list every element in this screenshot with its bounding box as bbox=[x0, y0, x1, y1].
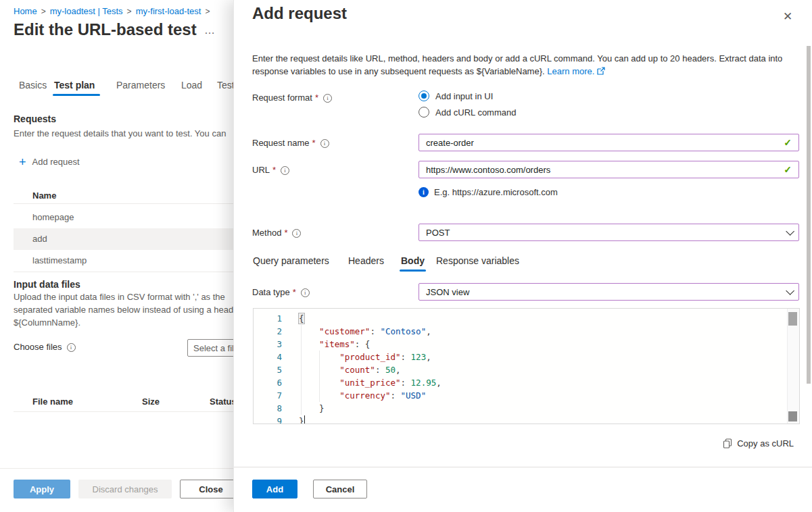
input-data-files-description-line2: separated variable names below instead o… bbox=[14, 305, 233, 315]
tab-load[interactable]: Load bbox=[181, 80, 202, 91]
add-request-command[interactable]: +Add request bbox=[19, 155, 80, 170]
panel-title: Add request bbox=[252, 4, 347, 23]
selected-tab-underline bbox=[400, 270, 426, 272]
breadcrumb: Home>my-loadtest | Tests>my-first-load-t… bbox=[14, 6, 214, 16]
chevron-down-icon bbox=[786, 227, 794, 236]
tab-query-parameters[interactable]: Query parameters bbox=[253, 255, 329, 266]
tab-headers[interactable]: Headers bbox=[348, 255, 384, 266]
breadcrumb-tests-link[interactable]: my-loadtest | Tests bbox=[50, 6, 123, 16]
chevron-down-icon bbox=[786, 286, 794, 295]
info-filled-icon: i bbox=[419, 187, 429, 197]
divider bbox=[14, 203, 233, 204]
breadcrumb-separator: > bbox=[205, 7, 210, 16]
data-type-dropdown[interactable]: JSON view bbox=[419, 283, 799, 301]
info-icon[interactable]: i bbox=[67, 343, 76, 352]
info-icon[interactable]: i bbox=[320, 139, 329, 148]
plus-icon: + bbox=[19, 155, 26, 169]
radio-selected-icon bbox=[419, 91, 429, 101]
data-type-label: Data type*i bbox=[252, 287, 310, 297]
info-icon[interactable]: i bbox=[323, 94, 332, 103]
code-lines: { "customer": "Contoso", "items": { "pro… bbox=[299, 312, 441, 424]
main-page: Home>my-loadtest | Tests>my-first-load-t… bbox=[0, 0, 233, 512]
input-data-files-description-line3: ${ColumnName}. bbox=[14, 317, 80, 328]
table-row-add[interactable]: add bbox=[32, 234, 47, 244]
request-name-input[interactable]: create-order✓ bbox=[419, 134, 799, 151]
tab-response-variables[interactable]: Response variables bbox=[436, 255, 519, 266]
status-header: Status bbox=[210, 396, 233, 407]
editor-scrollbar-track bbox=[787, 309, 800, 424]
page-title: Edit the URL-based test bbox=[14, 20, 197, 39]
method-dropdown[interactable]: POST bbox=[419, 224, 799, 241]
radio-add-curl-command[interactable]: Add cURL command bbox=[419, 107, 516, 118]
selected-tab-underline bbox=[53, 94, 100, 96]
close-button[interactable]: Close bbox=[180, 480, 233, 498]
panel-description: Enter the request details like URL, meth… bbox=[252, 52, 793, 78]
requests-description: Enter the request details that you want … bbox=[14, 128, 226, 138]
info-icon[interactable]: i bbox=[301, 288, 310, 297]
more-actions-icon[interactable]: … bbox=[204, 24, 216, 36]
size-header: Size bbox=[142, 396, 160, 407]
tab-parameters[interactable]: Parameters bbox=[116, 80, 165, 91]
choose-files-label: Choose filesi bbox=[14, 342, 76, 352]
input-data-files-description-line1: Upload the input data files in CSV forma… bbox=[14, 292, 225, 302]
divider bbox=[14, 411, 233, 412]
url-label: URL*i bbox=[252, 165, 289, 175]
apply-button[interactable]: Apply bbox=[14, 480, 70, 498]
footer-divider bbox=[234, 467, 812, 467]
text-cursor bbox=[304, 415, 306, 424]
breadcrumb-separator: > bbox=[41, 7, 46, 16]
editor-vertical-scrollbar[interactable] bbox=[788, 312, 797, 326]
panel-scrollbar[interactable] bbox=[807, 46, 811, 384]
copy-as-curl-button[interactable]: Copy as cURL bbox=[723, 438, 794, 449]
cancel-button[interactable]: Cancel bbox=[313, 480, 367, 498]
json-body-editor[interactable]: 123456789 { "customer": "Contoso", "item… bbox=[253, 308, 800, 424]
tab-test-truncated[interactable]: Test bbox=[217, 80, 233, 91]
radio-add-input-in-ui[interactable]: Add input in UI bbox=[419, 91, 493, 101]
tab-basics[interactable]: Basics bbox=[19, 80, 47, 91]
table-row-lasttimestamp[interactable]: lasttimestamp bbox=[32, 255, 87, 265]
url-hint: iE.g. https://azure.microsoft.com bbox=[419, 187, 558, 197]
copy-icon bbox=[723, 438, 732, 449]
file-select-input[interactable]: Select a fil bbox=[187, 339, 233, 357]
valid-check-icon: ✓ bbox=[784, 164, 792, 175]
add-request-flyout: Add request ✕ Enter the request details … bbox=[233, 0, 812, 512]
url-input[interactable]: https://www.contoso.com/orders✓ bbox=[419, 161, 799, 178]
radio-unselected-icon bbox=[419, 107, 429, 118]
file-name-header: File name bbox=[32, 396, 73, 407]
code-gutter: 123456789 bbox=[254, 312, 282, 424]
breadcrumb-load-test-link[interactable]: my-first-load-test bbox=[136, 6, 201, 16]
request-name-label: Request name*i bbox=[252, 138, 329, 148]
tab-body[interactable]: Body bbox=[401, 255, 425, 266]
breadcrumb-separator: > bbox=[127, 7, 132, 16]
info-icon[interactable]: i bbox=[292, 229, 301, 238]
request-format-label: Request format*i bbox=[252, 93, 332, 103]
info-icon[interactable]: i bbox=[281, 166, 289, 175]
external-link-icon bbox=[597, 67, 605, 75]
editor-horizontal-scrollbar[interactable] bbox=[788, 411, 797, 421]
method-label: Method*i bbox=[252, 228, 301, 238]
learn-more-link[interactable]: Learn more. bbox=[547, 66, 594, 76]
valid-check-icon: ✓ bbox=[784, 137, 792, 148]
add-button[interactable]: Add bbox=[252, 480, 297, 498]
tab-test-plan[interactable]: Test plan bbox=[54, 80, 95, 91]
breadcrumb-home-link[interactable]: Home bbox=[14, 6, 37, 16]
close-icon[interactable]: ✕ bbox=[780, 7, 795, 26]
requests-name-header: Name bbox=[32, 190, 56, 201]
table-row-homepage[interactable]: homepage bbox=[32, 212, 74, 222]
footer-divider bbox=[0, 468, 233, 469]
requests-heading: Requests bbox=[14, 113, 56, 124]
divider bbox=[14, 272, 233, 272]
discard-changes-button[interactable]: Discard changes bbox=[78, 480, 172, 498]
input-data-files-heading: Input data files bbox=[14, 279, 80, 290]
